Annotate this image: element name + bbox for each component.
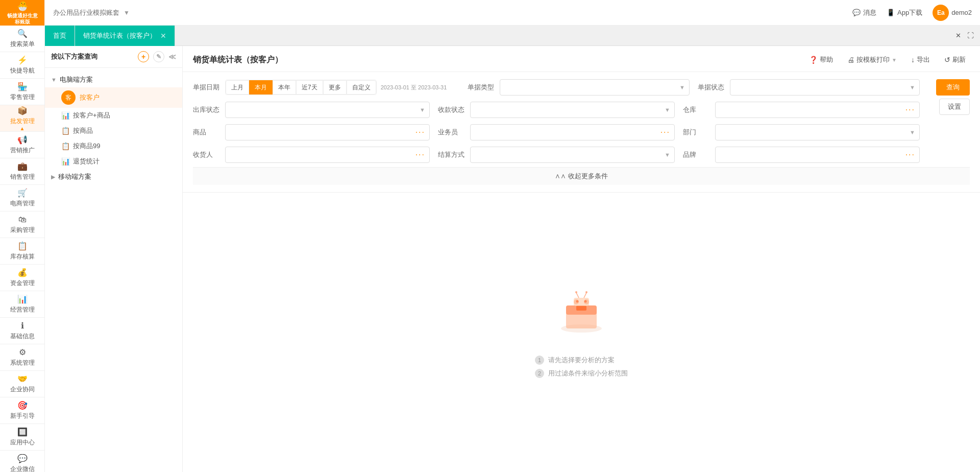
out-status-dropdown[interactable]: ▼	[225, 102, 430, 118]
svg-point-8	[584, 300, 587, 303]
scheme-by-customer[interactable]: 客 按客户	[45, 87, 182, 108]
svg-point-7	[576, 300, 579, 303]
scheme-return-stats[interactable]: 📊 退货统计	[45, 154, 182, 169]
expand-arrow-icon: ▼	[51, 77, 57, 83]
action-buttons: 查询 设置	[936, 79, 970, 115]
close-window-icon[interactable]: ✕	[955, 32, 961, 39]
warehouse-dropdown[interactable]: ···	[715, 102, 920, 118]
scheme-by-goods-99[interactable]: 📋 按商品99	[45, 138, 182, 154]
sidebar-item-inventory[interactable]: 📋 库存核算	[0, 238, 44, 265]
date-btn-last-month[interactable]: 上月	[226, 80, 249, 95]
sidebar-item-enterprise[interactable]: 🤝 企业协同	[0, 371, 44, 397]
tip-item-2: 2 用过滤条件来缩小分析范围	[535, 369, 628, 378]
page-title-bar: 销货单统计表（按客户） ❓ 帮助 🖨 按模板打印 ▼ ↓ 导出	[183, 46, 980, 72]
sidebar-item-wechat[interactable]: 💬 企业微信	[0, 451, 44, 472]
settle-dropdown[interactable]: ▼	[470, 147, 675, 163]
edit-scheme-btn[interactable]: ✎	[153, 51, 164, 62]
sidebar-item-marketing[interactable]: 📢 营销推广	[0, 132, 44, 158]
query-btn[interactable]: 查询	[936, 79, 970, 96]
left-panel-header: 按以下方案查询 + ✎ ≪	[45, 46, 182, 68]
app-logo: 🐣 畅捷通好生意 标账版	[0, 0, 44, 26]
add-icon: +	[141, 53, 145, 61]
mobile-scheme-parent[interactable]: ▶ 移动端方案	[45, 169, 182, 184]
sidebar-item-label: 基础信息	[10, 332, 35, 341]
sidebar-item-system[interactable]: ⚙ 系统管理	[0, 344, 44, 371]
sidebar-item-label: 营销推广	[10, 146, 35, 155]
empty-state: 1 请先选择要分析的方案 2 用过滤条件来缩小分析范围	[183, 193, 980, 472]
refresh-btn[interactable]: ↺ 刷新	[940, 53, 970, 66]
sidebar-item-finance[interactable]: 💰 资金管理	[0, 265, 44, 291]
salesperson-dots-icon: ···	[660, 128, 670, 137]
tab-home[interactable]: 首页	[45, 26, 75, 46]
sidebar-item-operation[interactable]: 📊 经营管理	[0, 291, 44, 318]
sidebar-item-label: 批发管理	[10, 117, 35, 126]
goods-dots-icon: ···	[415, 128, 425, 137]
table-icon: 📋	[61, 127, 70, 135]
order-status-label: 单据状态	[698, 83, 726, 92]
receipt-status-dropdown[interactable]: ▼	[470, 102, 675, 118]
order-type-dropdown[interactable]: ▼	[500, 79, 690, 96]
tab-close-icon[interactable]: ✕	[160, 32, 166, 40]
sidebar-item-apps[interactable]: 🔲 应用中心	[0, 424, 44, 451]
sidebar-item-quick-nav[interactable]: ⚡ 快捷导航	[0, 52, 44, 79]
sidebar-item-retail[interactable]: 🏪 零售管理	[0, 79, 44, 105]
sidebar-item-basic[interactable]: ℹ 基础信息	[0, 318, 44, 344]
tab-sales-stats[interactable]: 销货单统计表（按客户） ✕	[75, 26, 175, 46]
desktop-scheme-label: 电脑端方案	[60, 75, 93, 84]
wechat-icon: 💬	[17, 454, 28, 463]
svg-rect-6	[574, 298, 589, 306]
goods-dropdown[interactable]: ···	[225, 124, 430, 140]
filter-row-4: 收货人 ··· 结算方式 ▼	[193, 147, 920, 163]
sidebar-item-sales[interactable]: 💼 销售管理	[0, 158, 44, 185]
department-arrow-icon: ▼	[910, 129, 915, 135]
department-label: 部门	[683, 128, 711, 137]
date-btn-7days[interactable]: 近7天	[296, 80, 323, 95]
date-btn-this-month[interactable]: 本月	[249, 80, 273, 95]
sidebar-item-label: 企业微信	[10, 465, 35, 472]
help-btn[interactable]: ❓ 帮助	[805, 53, 837, 66]
scheme-by-customer-goods[interactable]: 📊 按客户+商品	[45, 108, 182, 123]
sidebar-item-ecommerce[interactable]: 🛒 电商管理	[0, 185, 44, 211]
scheme-tree: ▼ 电脑端方案 客 按客户 📊 按客户+商品 📋 按商品	[45, 68, 182, 188]
main-area: 办公用品行业模拟账套 ▼ 💬 消息 📱 App下载 Ea demo2 首页	[45, 0, 980, 472]
settings-btn[interactable]: 设置	[939, 99, 970, 115]
dropdown-arrow-icon4: ▼	[665, 107, 670, 113]
salesperson-dropdown[interactable]: ···	[470, 124, 675, 140]
date-btn-custom[interactable]: 自定义	[347, 80, 376, 95]
svg-rect-3	[576, 305, 586, 311]
download-icon: 📱	[887, 9, 895, 16]
scheme-by-goods[interactable]: 📋 按商品	[45, 123, 182, 138]
sidebar-item-newbie[interactable]: 🎯 新手引导	[0, 397, 44, 424]
order-status-dropdown[interactable]: ▼	[730, 79, 920, 96]
receipt-status-item: 收款状态 ▼	[438, 102, 675, 118]
collapse-more-btn[interactable]: ∧∧ 收起更多条件	[193, 167, 970, 185]
refresh-icon: ↺	[944, 56, 950, 64]
date-label: 单据日期	[193, 83, 221, 92]
settle-item: 结算方式 ▼	[438, 147, 675, 163]
by-customer-goods-label: 按客户+商品	[73, 111, 110, 120]
desktop-scheme-parent[interactable]: ▼ 电脑端方案	[45, 72, 182, 87]
app-download-btn[interactable]: 📱 App下载	[887, 8, 922, 17]
sidebar-item-purchase[interactable]: 🛍 采购管理	[0, 211, 44, 238]
add-scheme-btn[interactable]: +	[138, 51, 149, 62]
sidebar-item-wholesale[interactable]: 📦 批发管理 ▲	[0, 105, 44, 132]
app-name: 畅捷通好生意 标账版	[7, 13, 38, 25]
tab-sales-stats-label: 销货单统计表（按客户）	[83, 31, 156, 40]
tip-num-2: 2	[535, 369, 544, 378]
user-profile[interactable]: Ea demo2	[933, 5, 972, 21]
message-btn[interactable]: 💬 消息	[852, 8, 876, 17]
sidebar-item-search[interactable]: 🔍 搜索菜单	[0, 26, 44, 52]
date-btn-this-year[interactable]: 本年	[273, 80, 296, 95]
bar-chart-icon: 📊	[61, 111, 70, 120]
template-print-btn[interactable]: 🖨 按模板打印 ▼	[843, 53, 901, 66]
quick-icon: ⚡	[17, 55, 28, 65]
department-dropdown[interactable]: ▼	[715, 124, 920, 140]
recipient-dropdown[interactable]: ···	[225, 147, 430, 163]
date-btn-more[interactable]: 更多	[323, 80, 347, 95]
maximize-icon[interactable]: ⛶	[967, 32, 974, 39]
export-btn[interactable]: ↓ 导出	[907, 53, 934, 66]
warehouse-label: 仓库	[683, 105, 711, 114]
collapse-panel-btn[interactable]: ≪	[168, 53, 176, 61]
brand-dropdown[interactable]: ···	[715, 147, 920, 163]
order-type-label: 单据类型	[468, 83, 496, 92]
